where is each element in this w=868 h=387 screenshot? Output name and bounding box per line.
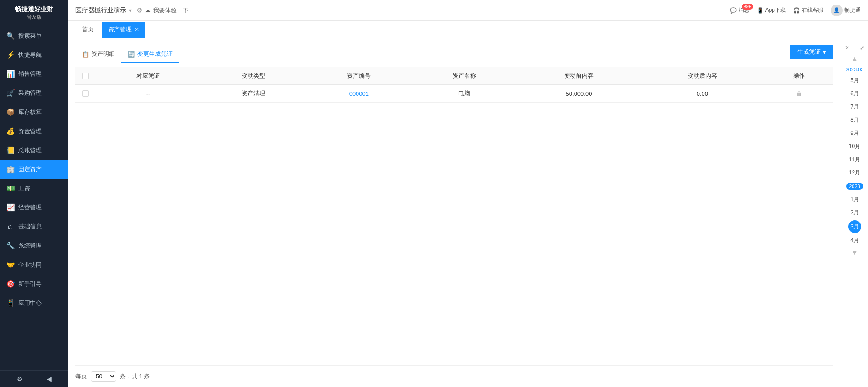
sidebar-item-purchase[interactable]: 🛒 采购管理 [0, 84, 68, 103]
tab-home-label: 首页 [82, 26, 94, 33]
row-checkbox[interactable] [82, 90, 89, 97]
month-10[interactable]: 10月 [841, 140, 868, 153]
col-before-content: 变动前内容 [517, 67, 641, 85]
sidebar-label: 采购管理 [18, 89, 42, 97]
row-voucher: -- [95, 85, 201, 103]
col-change-type: 变动类型 [201, 67, 306, 85]
pagination-bar: 每页 50 10 20 100 条，共 1 条 [75, 365, 833, 382]
cloud-icon: ☁ [145, 7, 151, 14]
sidebar-label: 工资 [18, 184, 30, 193]
app-download-label: App下载 [765, 6, 786, 14]
row-action-cell: 🗑 [764, 85, 833, 103]
app-download-button[interactable]: 📱 App下载 [757, 6, 786, 14]
sidebar-item-app-center[interactable]: 📱 应用中心 [0, 293, 68, 313]
month-6[interactable]: 6月 [841, 87, 868, 100]
sidebar-item-system[interactable]: 🔧 系统管理 [0, 236, 68, 255]
sidebar-item-ledger[interactable]: 📒 总账管理 [0, 141, 68, 160]
month-1[interactable]: 1月 [841, 193, 868, 206]
sidebar-label: 库存核算 [18, 108, 42, 116]
month-7[interactable]: 7月 [841, 100, 868, 114]
month-3-current[interactable]: 3月 [848, 220, 861, 233]
sidebar-scroll: 🔍 搜索菜单 ⚡ 快捷导航 📊 销售管理 🛒 采购管理 📦 库存核算 💰 资金管… [0, 26, 68, 370]
customer-service-label: 在线客服 [802, 6, 823, 14]
message-icon: 💬 [730, 7, 737, 14]
month-8[interactable]: 8月 [841, 114, 868, 127]
main-area: 医疗器械行业演示 ▾ ⚙ ☁ 我要体验一下 💬 消息 99+ 📱 App下载 🎧… [68, 0, 868, 387]
sidebar-label: 固定资产 [18, 165, 42, 174]
row-asset-name: 电脑 [412, 85, 517, 103]
row-change-type: 资产清理 [201, 85, 306, 103]
sidebar-item-management[interactable]: 📈 经营管理 [0, 198, 68, 217]
sidebar-item-basic-info[interactable]: 🗂 基础信息 [0, 217, 68, 236]
user-name: 畅捷通 [844, 6, 861, 14]
sidebar-label: 快捷导航 [18, 51, 42, 59]
sidebar-item-inventory[interactable]: 📦 库存核算 [0, 103, 68, 122]
customer-service-button[interactable]: 🎧 在线客服 [793, 6, 823, 14]
generate-voucher-button[interactable]: 生成凭证 ▾ [790, 45, 833, 59]
row-checkbox-cell[interactable] [75, 85, 95, 103]
sidebar-bottom: ⚙ ◀ [0, 370, 68, 387]
month-12[interactable]: 12月 [841, 166, 868, 179]
month-9[interactable]: 9月 [841, 127, 868, 140]
message-button[interactable]: 💬 消息 99+ [730, 6, 749, 14]
sidebar-item-sales[interactable]: 📊 销售管理 [0, 64, 68, 84]
collapse-sidebar-button[interactable]: ◀ [47, 375, 52, 382]
sidebar-item-fixed-assets[interactable]: 🏢 固定资产 [0, 160, 68, 179]
generate-voucher-label: 生成凭证 [797, 48, 821, 56]
month-5[interactable]: 5月 [841, 74, 868, 87]
dropdown-arrow-icon: ▾ [823, 49, 826, 55]
select-all-checkbox[interactable] [82, 73, 89, 79]
change-voucher-tab-icon: 🔄 [128, 51, 135, 58]
trial-label[interactable]: 我要体验一下 [153, 6, 188, 15]
sidebar-item-enterprise[interactable]: 🤝 企业协同 [0, 255, 68, 274]
sub-tab-change-voucher-label: 变更生成凭证 [137, 50, 173, 58]
tab-asset-mgmt[interactable]: 资产管理 ✕ [102, 22, 145, 38]
enterprise-icon: 🤝 [6, 261, 15, 269]
sidebar-label: 销售管理 [18, 70, 42, 78]
sidebar-label: 搜索菜单 [18, 32, 42, 40]
dropdown-icon[interactable]: ▾ [129, 7, 132, 14]
system-icon: 🔧 [6, 242, 15, 250]
sidebar-label: 企业协同 [18, 261, 42, 269]
per-page-select[interactable]: 50 10 20 100 [91, 371, 116, 382]
row-before-content: 50,000.00 [517, 85, 641, 103]
table-header-checkbox[interactable] [75, 67, 95, 85]
guide-icon: 🎯 [6, 280, 15, 288]
sidebar-label: 应用中心 [18, 299, 42, 307]
app-center-icon: 📱 [6, 299, 15, 307]
year-2023-badge[interactable]: 2023 [846, 183, 863, 190]
delete-icon[interactable]: 🗑 [796, 90, 802, 97]
header-right: 💬 消息 99+ 📱 App下载 🎧 在线客服 👤 畅捷通 [730, 5, 861, 16]
fixed-assets-icon: 🏢 [6, 165, 15, 174]
sidebar-label: 资金管理 [18, 127, 42, 135]
panel-expand-button[interactable]: ⤢ [860, 45, 864, 51]
sidebar-item-quick-nav[interactable]: ⚡ 快捷导航 [0, 45, 68, 64]
sub-tab-asset-detail-label: 资产明细 [91, 50, 115, 58]
sidebar-label: 新手引导 [18, 280, 42, 288]
tab-close-icon[interactable]: ✕ [134, 26, 139, 33]
sidebar-item-guide[interactable]: 🎯 新手引导 [0, 274, 68, 293]
settings-button[interactable]: ⚙ [17, 375, 23, 382]
sub-tab-change-voucher[interactable]: 🔄 变更生成凭证 [121, 46, 179, 63]
sub-tab-asset-detail[interactable]: 📋 资产明细 [75, 46, 121, 63]
scroll-up-arrow[interactable]: ▲ [850, 53, 860, 64]
month-2[interactable]: 2月 [841, 206, 868, 219]
settings-gear-icon[interactable]: ⚙ [136, 6, 142, 15]
panel-close-button[interactable]: ✕ [845, 45, 849, 51]
user-avatar-area[interactable]: 👤 畅捷通 [831, 5, 861, 16]
col-after-content: 变动后内容 [640, 67, 764, 85]
month-11[interactable]: 11月 [841, 153, 868, 166]
sidebar-item-search[interactable]: 🔍 搜索菜单 [0, 26, 68, 45]
sidebar-label: 总账管理 [18, 146, 42, 154]
month-4[interactable]: 4月 [841, 234, 868, 247]
tab-home[interactable]: 首页 [75, 22, 100, 38]
sub-tab-bar: 📋 资产明细 🔄 变更生成凭证 [75, 46, 790, 63]
scroll-down-arrow[interactable]: ▼ [850, 247, 860, 258]
fund-icon: 💰 [6, 127, 15, 135]
message-badge: 99+ [742, 4, 753, 10]
panel-header: ✕ ⤢ [841, 43, 868, 53]
sidebar-label: 系统管理 [18, 242, 42, 250]
trial-area: ☁ 我要体验一下 [145, 6, 188, 15]
sidebar-item-fund[interactable]: 💰 资金管理 [0, 122, 68, 141]
sidebar-item-payroll[interactable]: 💵 工资 [0, 179, 68, 198]
